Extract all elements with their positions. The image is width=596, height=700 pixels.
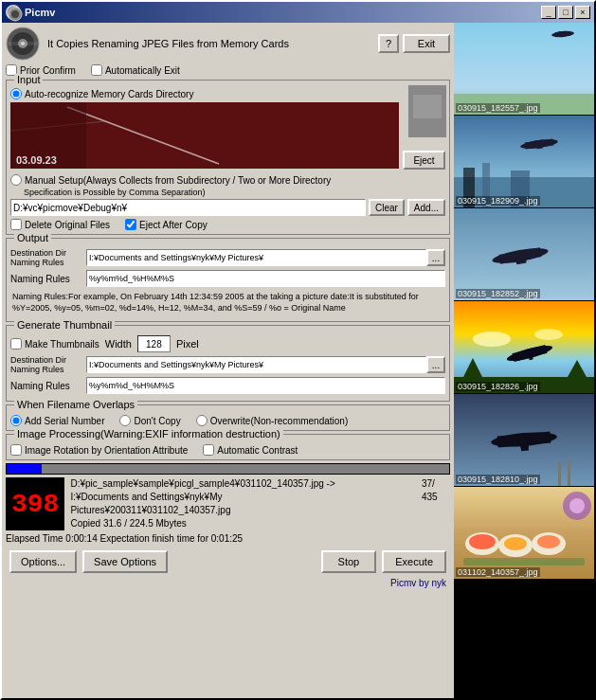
title-bar: Picmv _ □ × — [2, 2, 594, 23]
thumb-3-label: 030915_182852_.jpg — [456, 289, 540, 298]
dest-dir-row: Destination DirNaming Rules ... — [10, 248, 445, 267]
width-input[interactable] — [137, 335, 171, 352]
thumb-browse-button[interactable]: ... — [426, 356, 445, 373]
close-button[interactable]: × — [575, 6, 590, 19]
svg-point-56 — [569, 498, 585, 513]
thumb-naming-input[interactable] — [86, 377, 445, 394]
auto-contrast-checkbox[interactable] — [203, 444, 214, 456]
naming-info: Naming Rules:For example, On February 14… — [10, 290, 445, 315]
copy-options-row: Delete Original Files Eject After Copy — [10, 219, 445, 230]
svg-point-53 — [537, 535, 560, 548]
thumbnail-6[interactable]: 031102_140357_.jpg — [454, 487, 594, 579]
delete-original-checkbox[interactable] — [10, 219, 22, 230]
exit-button[interactable]: Exit — [403, 34, 450, 53]
minimize-button[interactable]: _ — [541, 6, 556, 19]
main-window: Picmv _ □ × It Copies Renami — [0, 0, 596, 700]
svg-line-30 — [516, 260, 526, 262]
eject-button[interactable]: Eject — [403, 151, 445, 170]
make-thumbs-checkbox[interactable] — [10, 338, 22, 350]
svg-point-51 — [504, 537, 527, 550]
window-controls: _ □ × — [541, 6, 590, 19]
imgproc-group: Image Processing(Warning:EXIF informatio… — [6, 434, 450, 460]
thumb-dest-row: Destination DirNaming Rules ... — [10, 355, 445, 374]
dest-browse-button[interactable]: ... — [426, 249, 445, 266]
save-options-button[interactable]: Save Options — [82, 550, 168, 573]
app-title: It Copies Renaming JPEG Files from Memor… — [47, 38, 378, 49]
app-icon-small — [6, 5, 21, 20]
svg-line-44 — [521, 448, 529, 449]
svg-line-25 — [525, 142, 553, 146]
dest-dir-input[interactable] — [86, 249, 426, 266]
overwrite-label[interactable]: Overwrite(Non-recommendation) — [196, 415, 349, 426]
thumb-dest-input[interactable] — [86, 356, 426, 373]
path-input-row: Clear Add... — [10, 199, 445, 216]
thumbnail-1[interactable]: 030915_182557_.jpg — [454, 23, 594, 115]
credit: Picmv by nyk — [6, 577, 450, 589]
auto-radio-label[interactable]: Auto-recognize Memory Cards Directory — [10, 88, 445, 99]
auto-radio[interactable] — [10, 88, 22, 99]
progress-bar — [6, 463, 450, 475]
thumbnail-4[interactable]: 030915_182826_.jpg — [454, 301, 594, 393]
execute-button[interactable]: Execute — [382, 550, 446, 573]
svg-rect-45 — [568, 460, 570, 486]
right-panel: 030915_182557_.jpg — [454, 23, 594, 698]
thumb-naming-row: Naming Rules — [10, 377, 445, 394]
manual-radio-label[interactable]: Manual Setup(Always Collects from Subdir… — [10, 174, 445, 186]
svg-line-16 — [555, 33, 570, 34]
imgproc-options: Image Rotation by Orientation Attribute … — [10, 444, 445, 456]
elapsed-text: Elapsed Time 0:00:14 Expectation finish … — [6, 533, 450, 544]
timestamp: 03.09.23 — [16, 154, 57, 166]
app-icon — [6, 27, 40, 61]
left-panel: It Copies Renaming JPEG Files from Memor… — [2, 23, 454, 698]
dont-copy-label[interactable]: Don't Copy — [119, 415, 180, 426]
svg-rect-54 — [463, 558, 585, 565]
add-serial-label[interactable]: Add Serial Number — [10, 415, 104, 426]
auto-exit-label[interactable]: Automatically Exit — [91, 64, 180, 76]
imgproc-label: Image Processing(Warning:EXIF informatio… — [14, 428, 283, 440]
thumbnail-2[interactable]: 030915_182909_.jpg — [454, 116, 594, 207]
thumbnail-5[interactable]: 030915_182810_.jpg — [454, 394, 594, 486]
manual-radio[interactable] — [10, 174, 22, 186]
svg-point-32 — [473, 332, 511, 347]
output-group: Output Destination DirNaming Rules ... N… — [6, 238, 450, 322]
overlap-radio-row: Add Serial Number Don't Copy Overwrite(N… — [10, 415, 445, 426]
naming-rules-input[interactable] — [86, 270, 445, 287]
svg-point-49 — [469, 534, 496, 549]
thumb-dest-label: Destination DirNaming Rules — [10, 355, 86, 374]
add-serial-radio[interactable] — [10, 415, 22, 426]
svg-point-33 — [534, 329, 563, 340]
help-button[interactable]: ? — [378, 34, 399, 53]
window-title: Picmv — [25, 7, 541, 18]
overwrite-radio[interactable] — [196, 415, 208, 426]
auto-exit-checkbox[interactable] — [91, 64, 102, 76]
log-text: D:¥pic_sample¥sample¥picgl_sample4¥03110… — [70, 477, 416, 530]
preview-thumb — [407, 84, 445, 136]
eject-after-checkbox[interactable] — [125, 219, 136, 230]
options-row: Prior Confirm Automatically Exit — [6, 64, 450, 76]
eject-after-label[interactable]: Eject After Copy — [125, 219, 208, 230]
stop-button[interactable]: Stop — [321, 550, 377, 573]
delete-original-label[interactable]: Delete Original Files — [10, 219, 110, 230]
naming-rules-row: Naming Rules — [10, 270, 445, 287]
naming-rules-label: Naming Rules — [10, 274, 86, 284]
options-button[interactable]: Options... — [9, 550, 77, 573]
manual-sub-text: Specification is Possible by Comma Separ… — [10, 188, 445, 197]
make-thumbs-label[interactable]: Make Thumbnails — [10, 338, 99, 350]
thumbnail-3[interactable]: 030915_182852_.jpg — [454, 208, 594, 300]
clear-button[interactable]: Clear — [369, 199, 405, 216]
thumb-2-label: 030915_182909_.jpg — [456, 196, 540, 206]
path-input[interactable] — [10, 199, 366, 216]
rotation-checkbox[interactable] — [10, 444, 22, 456]
rotation-label[interactable]: Image Rotation by Orientation Attribute — [10, 444, 188, 456]
add-button[interactable]: Add... — [407, 199, 445, 216]
counter-small: 37/ 435 — [422, 477, 450, 530]
thumb-5-label: 030915_182810_.jpg — [456, 475, 540, 484]
thumb-1-label: 030915_182557_.jpg — [456, 103, 540, 113]
svg-rect-6 — [8, 42, 38, 45]
maximize-button[interactable]: □ — [558, 6, 573, 19]
auto-contrast-label[interactable]: Automatic Contrast — [203, 444, 298, 456]
overlap-group-label: When Filename Overlaps — [14, 399, 137, 410]
svg-rect-46 — [558, 462, 561, 486]
thumb-4-label: 030915_182826_.jpg — [456, 382, 540, 391]
dont-copy-radio[interactable] — [119, 415, 131, 426]
